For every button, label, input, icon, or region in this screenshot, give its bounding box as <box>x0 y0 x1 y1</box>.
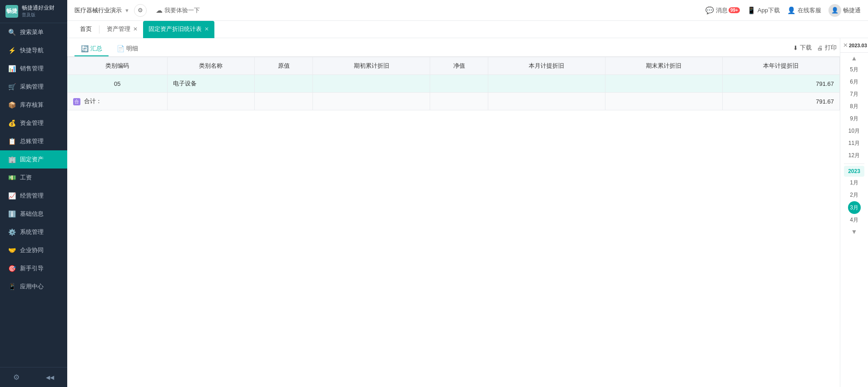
download-button[interactable]: ⬇ 下载 <box>793 44 812 52</box>
sidebar-item-enterprise[interactable]: 🤝 企业协同 <box>0 241 67 259</box>
sidebar-item-operation[interactable]: 📈 经营管理 <box>0 187 67 205</box>
sidebar-item-app-center[interactable]: 📱 应用中心 <box>0 278 67 296</box>
app-download-button[interactable]: 📱 App下载 <box>747 6 780 15</box>
experience-button[interactable]: ☁ 我要体验一下 <box>156 6 200 15</box>
month-item-9[interactable]: 9月 <box>841 113 867 125</box>
sales-icon: 📊 <box>7 64 16 73</box>
messages-icon: 💬 <box>705 6 714 15</box>
total-net-value <box>430 93 488 110</box>
sub-tab-detail[interactable]: 📄 明细 <box>110 42 144 56</box>
sub-tab-summary[interactable]: 🔄 汇总 <box>74 42 109 56</box>
month-item-10[interactable]: 10月 <box>841 125 867 137</box>
tabs-bar: 首页 资产管理 ✕ 固定资产折旧统计表 ✕ <box>67 21 868 38</box>
cell-category-name: 电子设备 <box>167 75 255 93</box>
sidebar-item-label: 应用中心 <box>20 283 44 291</box>
month-item-3[interactable]: 3月 <box>848 201 861 214</box>
total-period-accumulated <box>605 93 722 110</box>
total-accumulated-depreciation <box>313 93 430 110</box>
sidebar-item-search[interactable]: 🔍 搜索菜单 <box>0 23 67 41</box>
col-original-value: 原值 <box>255 57 313 75</box>
table-header-row: 类别编码 类别名称 原值 期初累计折旧 净值 本月计提折旧 期末累计折旧 本年计… <box>68 57 840 75</box>
avatar: 👤 <box>828 4 841 17</box>
online-support-icon: 👤 <box>787 6 796 15</box>
col-period-accumulated: 期末累计折旧 <box>605 57 722 75</box>
tab-asset-management-close[interactable]: ✕ <box>133 26 138 32</box>
total-label: 合计： <box>84 98 102 104</box>
sidebar-item-basic-info[interactable]: ℹ️ 基础信息 <box>0 205 67 223</box>
topbar-settings-button[interactable]: ⚙ <box>134 4 147 17</box>
cell-yearly-depreciation: 791.67 <box>722 75 839 93</box>
sidebar-item-system[interactable]: ⚙️ 系统管理 <box>0 223 67 241</box>
print-button[interactable]: 🖨 打印 <box>817 44 837 52</box>
sidebar-item-salary[interactable]: 💵 工资 <box>0 169 67 187</box>
col-net-value: 净值 <box>430 57 488 75</box>
detail-icon: 📄 <box>117 45 124 52</box>
messages-button[interactable]: 💬 消息 99+ <box>705 6 740 15</box>
user-button[interactable]: 👤 畅捷通 <box>828 4 861 17</box>
month-item-1[interactable]: 1月 <box>841 177 867 189</box>
search-icon: 🔍 <box>7 28 16 37</box>
collapse-button[interactable]: ◀◀ <box>42 372 58 382</box>
table-container: 类别编码 类别名称 原值 期初累计折旧 净值 本月计提折旧 期末累计折旧 本年计… <box>67 57 840 387</box>
month-item-11[interactable]: 11月 <box>841 137 867 149</box>
sidebar-item-finance[interactable]: 💰 资金管理 <box>0 114 67 132</box>
experience-icon: ☁ <box>156 6 163 15</box>
sidebar-item-quick-nav[interactable]: ⚡ 快捷导航 <box>0 41 67 60</box>
sidebar-item-fixed-assets[interactable]: 🏢 固定资产 <box>0 150 67 169</box>
sidebar-bottom: ⚙ ◀◀ <box>0 367 67 387</box>
sidebar-item-inventory[interactable]: 📦 库存核算 <box>0 96 67 114</box>
logo-edition: 普及版 <box>22 12 55 18</box>
total-label-cell: 合 合计： <box>68 93 168 110</box>
enterprise-icon: 🤝 <box>7 246 16 255</box>
operation-icon: 📈 <box>7 191 16 200</box>
fixed-assets-icon: 🏢 <box>7 155 16 164</box>
month-item-12[interactable]: 12月 <box>841 149 867 162</box>
company-selector[interactable]: 医疗器械行业演示 ▼ <box>74 6 129 15</box>
date-panel: ✕ 2023.03 ⤢ ▲ 5月 6月 7月 8月 9月 10月 11月 12月… <box>840 38 868 387</box>
finance-icon: 💰 <box>7 119 16 128</box>
tab-depreciation-close[interactable]: ✕ <box>204 26 209 32</box>
cell-net-value <box>430 75 488 93</box>
sidebar-item-label: 新手引导 <box>20 264 44 273</box>
quick-nav-icon: ⚡ <box>7 46 16 55</box>
table-row: 05 电子设备 791.67 <box>68 75 840 93</box>
month-item-6[interactable]: 6月 <box>841 76 867 88</box>
tab-asset-management-label: 资产管理 <box>107 25 130 33</box>
col-accumulated-depreciation: 期初累计折旧 <box>313 57 430 75</box>
panel-close-button[interactable]: ✕ <box>842 41 849 50</box>
settings-bottom-button[interactable]: ⚙ <box>10 371 23 383</box>
month-item-8[interactable]: 8月 <box>841 100 867 113</box>
sidebar-item-purchase[interactable]: 🛒 采购管理 <box>0 78 67 96</box>
date-panel-scroll: ▲ 5月 6月 7月 8月 9月 10月 11月 12月 2023 1月 2月 … <box>840 53 868 387</box>
download-icon: ⬇ <box>793 45 798 51</box>
system-icon: ⚙️ <box>7 228 16 237</box>
cell-category-code: 05 <box>68 75 168 93</box>
panel-title: 2023.03 <box>849 43 867 48</box>
sidebar-logo: 畅捷 畅捷通好业财 普及版 <box>0 0 67 23</box>
app-center-icon: 📱 <box>7 282 16 291</box>
month-item-2[interactable]: 2月 <box>841 189 867 201</box>
month-item-4[interactable]: 4月 <box>841 214 867 226</box>
table-total-row: 合 合计： 791.67 <box>68 93 840 110</box>
date-panel-header: ✕ 2023.03 ⤢ <box>840 38 868 53</box>
month-item-7[interactable]: 7月 <box>841 88 867 100</box>
tab-asset-management[interactable]: 资产管理 ✕ <box>101 21 143 38</box>
topbar-right: 💬 消息 99+ 📱 App下载 👤 在线客服 👤 畅捷通 <box>705 4 861 17</box>
online-support-button[interactable]: 👤 在线客服 <box>787 6 821 15</box>
tab-divider <box>99 25 99 34</box>
year-divider <box>844 164 865 164</box>
total-original-value <box>255 93 313 110</box>
logo-text: 畅捷通好业财 普及版 <box>22 5 55 18</box>
sidebar-item-sales[interactable]: 📊 销售管理 <box>0 60 67 78</box>
sidebar-item-label: 搜索菜单 <box>20 28 44 36</box>
month-item-5[interactable]: 5月 <box>841 64 867 76</box>
tab-fixed-asset-depreciation[interactable]: 固定资产折旧统计表 ✕ <box>143 21 214 38</box>
nav-up-arrow[interactable]: ▲ <box>840 53 868 64</box>
topbar: 医疗器械行业演示 ▼ ⚙ ☁ 我要体验一下 💬 消息 99+ 📱 App下载 👤… <box>67 0 868 21</box>
sidebar-item-guide[interactable]: 🎯 新手引导 <box>0 259 67 278</box>
cell-monthly-depreciation <box>488 75 605 93</box>
tab-home[interactable]: 首页 <box>74 21 97 38</box>
nav-down-arrow[interactable]: ▼ <box>840 226 868 237</box>
logo-name: 畅捷通好业财 <box>22 5 55 12</box>
sidebar-item-ledger[interactable]: 📋 总账管理 <box>0 132 67 150</box>
